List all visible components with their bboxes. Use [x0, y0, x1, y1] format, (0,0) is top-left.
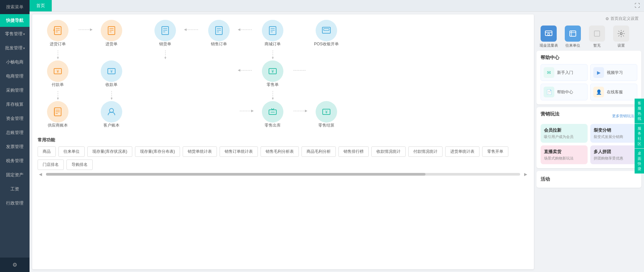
- units-icon: [565, 26, 581, 42]
- func-btn-gross1[interactable]: 销售毛利分析表: [261, 146, 299, 157]
- sales-order-icon[interactable]: [208, 20, 230, 41]
- sidebar-item-ecom-mgmt[interactable]: 电商管理: [0, 69, 30, 83]
- supplier-ledger-icon[interactable]: [47, 101, 68, 123]
- receipt-icon[interactable]: ¥: [101, 60, 122, 82]
- sidebar-item-invoice[interactable]: 发票管理: [0, 140, 30, 154]
- group-title: 多人拼团: [594, 149, 634, 155]
- sidebar-search[interactable]: 搜索菜单: [0, 0, 30, 14]
- svg-rect-42: [570, 31, 576, 36]
- svg-point-46: [620, 33, 622, 35]
- func-btn-stock1[interactable]: 现存量(库存状况表): [87, 146, 132, 157]
- purchase-icon[interactable]: [101, 20, 122, 41]
- flow-node-customer-ledger: 客户账本: [91, 101, 132, 128]
- flow-node-sales: 销货单: [145, 20, 185, 47]
- retail-icon[interactable]: ¥: [262, 60, 283, 82]
- float-btn-community[interactable]: 服务社区: [635, 124, 644, 148]
- help-item-service[interactable]: 👤 在线客服: [590, 84, 637, 100]
- quick-icon-settings[interactable]: 设置: [610, 26, 632, 48]
- func-btn-receipt-stat[interactable]: 收款情况统计: [371, 146, 406, 157]
- expand-icon[interactable]: ⛶: [633, 1, 641, 10]
- sidebar-item-ecom[interactable]: 小畅电商: [0, 55, 30, 69]
- flow-row-3: 供应商账本 客户账本: [38, 101, 528, 128]
- quick-icon-none[interactable]: 暂无: [586, 26, 608, 48]
- help-icon-elem: 📄: [544, 87, 554, 97]
- float-btn-hotline[interactable]: 客服热线: [635, 99, 644, 124]
- arrow-r3-settle: ▶: [293, 111, 306, 111]
- sidebar-item-admin[interactable]: 行政管理: [0, 196, 30, 210]
- beginner-icon: ✉: [544, 67, 554, 78]
- float-btn-desktop[interactable]: 桌面快捷: [635, 149, 644, 174]
- sidebar-item-finance[interactable]: 资金管理: [0, 111, 30, 126]
- help-grid: ✉ 新手入门 ▶ 视频学习 📄 帮助中心 👤 在线客服: [541, 64, 637, 100]
- scroll-track[interactable]: [46, 173, 520, 176]
- flow-node-payment: ¥ 付款单: [38, 60, 78, 88]
- scroll-left-btn[interactable]: ◀: [38, 172, 43, 177]
- quick-icon-cashflow[interactable]: 现金流量表: [538, 26, 559, 48]
- func-btn-sales-order-stat[interactable]: 销售订单统计表: [220, 146, 258, 157]
- sales-icon[interactable]: [154, 20, 176, 41]
- tab-bar: 首页 ⛶: [30, 0, 644, 12]
- help-item-beginner[interactable]: ✉ 新手入门: [541, 64, 588, 81]
- svg-rect-0: [54, 27, 61, 35]
- tab-bar-end: ⛶: [633, 0, 644, 11]
- flow-row-1: 进货订单 ▶ 进货单: [38, 20, 528, 47]
- func-btn-guide-rank[interactable]: 导购排名: [66, 160, 93, 170]
- func-btn-stock2[interactable]: 现存量(库存分布表): [135, 146, 180, 157]
- sidebar-item-purchase[interactable]: 采购管理: [0, 83, 30, 97]
- retail-label: 零售单: [267, 82, 279, 88]
- sidebar-item-wholesale[interactable]: 批发管理 ▾: [0, 41, 30, 55]
- chevron-icon: ▾: [23, 32, 25, 36]
- supplier-ledger-label: 供应商账本: [48, 123, 68, 128]
- func-btn-gross2[interactable]: 商品毛利分析: [302, 146, 336, 157]
- sidebar-item-tax[interactable]: 税务管理: [0, 154, 30, 168]
- customize-row[interactable]: ⚙ 首页自定义设置: [537, 14, 641, 23]
- pos-label: POS收银开单: [314, 41, 338, 47]
- scroll-right-btn[interactable]: ▶: [523, 172, 528, 177]
- beginner-label: 新手入门: [557, 70, 573, 76]
- marketing-more[interactable]: 更多营销玩法 >: [612, 114, 637, 119]
- marketing-card: 营销玩法 更多营销玩法 > 会员拉新 吸引用户成为会员 裂变分销 裂变式发展分销…: [537, 107, 641, 168]
- func-btn-goods[interactable]: 商品: [38, 146, 56, 157]
- video-label: 视频学习: [607, 70, 623, 76]
- pos-icon[interactable]: [316, 20, 337, 41]
- activity-card: 活动: [537, 171, 641, 188]
- sidebar-nav-header[interactable]: 快捷导航: [0, 14, 30, 27]
- customer-ledger-icon[interactable]: [101, 101, 122, 123]
- purchase-order-icon[interactable]: [47, 20, 68, 41]
- spacer-r2-end: [293, 70, 306, 71]
- payment-icon[interactable]: ¥: [47, 60, 68, 82]
- help-item-help[interactable]: 📄 帮助中心: [541, 84, 588, 100]
- fission-title: 裂变分销: [594, 127, 634, 133]
- mall-order-label: 商城订单: [265, 41, 281, 47]
- marketing-item-live[interactable]: 直播卖货 场景式购物新玩法: [541, 145, 588, 164]
- help-item-video[interactable]: ▶ 视频学习: [590, 64, 637, 81]
- marketing-item-group[interactable]: 多人拼团 拼团购物享受优惠: [590, 145, 637, 164]
- sidebar-item-ledger[interactable]: 总账管理: [0, 126, 30, 140]
- func-btn-units[interactable]: 往来单位: [58, 146, 85, 157]
- svg-text:¥: ¥: [325, 110, 328, 115]
- sidebar-item-inventory[interactable]: 库存核算: [0, 97, 30, 111]
- marketing-item-fission[interactable]: 裂变分销 裂变式发展分销商: [590, 124, 637, 143]
- quick-icon-units[interactable]: 往来单位: [562, 26, 584, 48]
- func-btn-purchase-stat[interactable]: 进货单统计表: [445, 146, 479, 157]
- sidebar-settings[interactable]: ⚙: [0, 258, 30, 272]
- service-label: 在线客服: [607, 89, 623, 95]
- flow-node-purchase: 进货单: [91, 20, 132, 47]
- mall-order-icon[interactable]: [262, 20, 283, 41]
- sidebar-item-retail[interactable]: 零售管理 ▾: [0, 27, 30, 41]
- sidebar-item-assets[interactable]: 固定资产: [0, 168, 30, 182]
- svg-text:¥: ¥: [56, 69, 59, 74]
- left-panel: 进货订单 ▶ 进货单: [32, 14, 534, 269]
- tab-home[interactable]: 首页: [30, 0, 52, 11]
- func-btn-payment-stat[interactable]: 付款情况统计: [408, 146, 443, 157]
- func-btn-rank[interactable]: 销售排行榜: [338, 146, 369, 157]
- func-btn-retail-order[interactable]: 零售开单: [482, 146, 508, 157]
- sidebar-item-payroll[interactable]: 工资: [0, 182, 30, 196]
- settings-icon: [613, 26, 629, 42]
- retail-out-icon[interactable]: [262, 101, 283, 123]
- marketing-item-member[interactable]: 会员拉新 吸引用户成为会员: [541, 124, 588, 143]
- func-btn-store-rank[interactable]: 门店排名: [38, 160, 64, 170]
- retail-settle-icon[interactable]: ¥: [316, 101, 337, 123]
- func-btn-sales-stat[interactable]: 销货单统计表: [183, 146, 217, 157]
- units-label: 往来单位: [565, 43, 580, 48]
